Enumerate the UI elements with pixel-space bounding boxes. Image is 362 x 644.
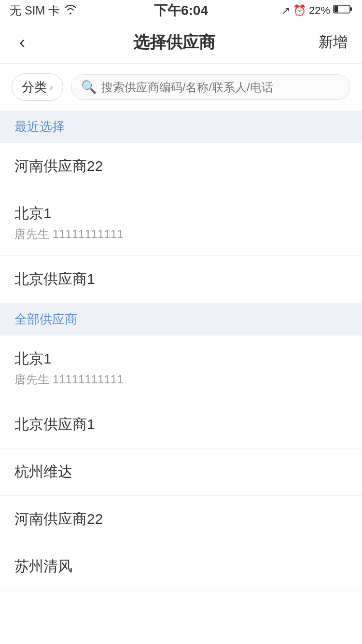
battery-icon	[333, 4, 352, 17]
nav-bar: ‹ 选择供应商 新增	[0, 21, 362, 64]
item-name: 苏州清风	[14, 557, 348, 576]
alarm-icon: ⏰	[293, 4, 306, 17]
recent-list: 河南供应商22北京1唐先生 11111111111北京供应商1	[0, 143, 362, 303]
page-title: 选择供应商	[133, 31, 215, 54]
search-icon: 🔍	[81, 80, 97, 95]
chevron-right-icon: ›	[50, 82, 53, 93]
filter-bar: 分类 › 🔍	[0, 64, 362, 111]
all-list-item[interactable]: 河南供应商22	[0, 496, 362, 543]
item-name: 北京1	[14, 349, 348, 369]
category-label: 分类	[22, 79, 47, 96]
item-name: 杭州维达	[14, 462, 348, 482]
status-bar: 无 SIM 卡 下午6:04 ↗ ⏰ 22%	[0, 0, 362, 21]
search-input[interactable]	[101, 81, 340, 94]
recent-list-item[interactable]: 河南供应商22	[0, 143, 362, 190]
recent-section-header: 最近选择	[0, 111, 362, 143]
item-name: 河南供应商22	[14, 509, 348, 529]
location-icon: ↗	[281, 4, 290, 17]
status-time: 下午6:04	[154, 1, 208, 20]
svg-rect-1	[350, 7, 352, 11]
status-right: ↗ ⏰ 22%	[281, 4, 352, 17]
svg-rect-2	[334, 6, 338, 13]
all-list-item[interactable]: 苏州清风	[0, 543, 362, 590]
item-name: 北京供应商1	[14, 269, 348, 289]
back-button[interactable]: ‹	[14, 28, 30, 57]
search-box: 🔍	[71, 74, 350, 100]
item-name: 北京供应商1	[14, 415, 348, 434]
item-name: 河南供应商22	[14, 156, 348, 176]
wifi-icon	[64, 4, 77, 17]
carrier-text: 无 SIM 卡	[10, 3, 60, 18]
item-sub: 唐先生 11111111111	[14, 226, 348, 242]
all-section-header: 全部供应商	[0, 303, 362, 336]
all-section-label: 全部供应商	[14, 312, 77, 326]
all-list-item[interactable]: 杭州维达	[0, 448, 362, 496]
add-button[interactable]: 新增	[319, 32, 348, 52]
all-list-item[interactable]: 北京1唐先生 11111111111	[0, 336, 362, 401]
battery-text: 22%	[309, 4, 330, 17]
item-sub: 唐先生 11111111111	[14, 372, 348, 387]
recent-section-label: 最近选择	[14, 119, 65, 134]
all-list: 北京1唐先生 11111111111北京供应商1杭州维达河南供应商22苏州清风	[0, 336, 362, 590]
category-button[interactable]: 分类 ›	[12, 73, 63, 101]
recent-list-item[interactable]: 北京供应商1	[0, 256, 362, 303]
status-left: 无 SIM 卡	[10, 3, 77, 18]
all-list-item[interactable]: 北京供应商1	[0, 401, 362, 448]
recent-list-item[interactable]: 北京1唐先生 11111111111	[0, 190, 362, 256]
item-name: 北京1	[14, 204, 348, 224]
